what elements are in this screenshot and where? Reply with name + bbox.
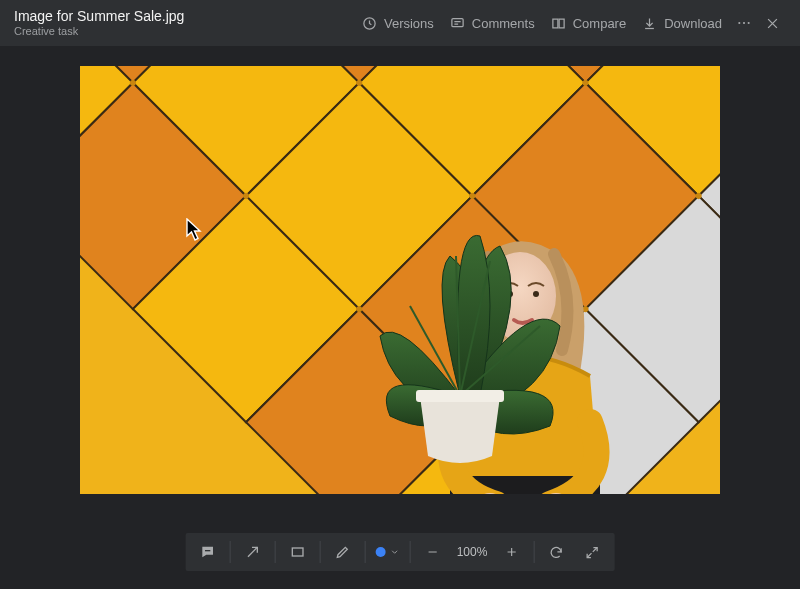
download-icon: [642, 16, 657, 31]
svg-rect-3: [559, 19, 564, 28]
plus-icon: [504, 545, 518, 559]
comment-icon: [450, 16, 465, 31]
comment-pin-icon: [200, 544, 216, 560]
comment-pin-button[interactable]: [192, 537, 224, 567]
arrow-tool-button[interactable]: [237, 537, 269, 567]
pen-tool-button[interactable]: [327, 537, 359, 567]
svg-point-4: [738, 22, 740, 24]
svg-rect-51: [416, 390, 504, 402]
file-subtitle: Creative task: [14, 25, 184, 38]
comments-button[interactable]: Comments: [442, 12, 543, 35]
rectangle-icon: [290, 544, 306, 560]
svg-point-6: [748, 22, 750, 24]
refresh-icon: [549, 545, 564, 560]
title-block: Image for Summer Sale.jpg Creative task: [14, 8, 184, 39]
versions-label: Versions: [384, 16, 434, 31]
compare-button[interactable]: Compare: [543, 12, 634, 35]
svg-point-43: [533, 291, 539, 297]
expand-icon: [585, 545, 600, 560]
zoom-in-button[interactable]: [495, 537, 527, 567]
versions-button[interactable]: Versions: [354, 12, 442, 35]
zoom-out-button[interactable]: [417, 537, 449, 567]
svg-rect-52: [205, 550, 210, 551]
more-button[interactable]: [730, 9, 758, 37]
svg-rect-2: [553, 19, 558, 28]
rectangle-tool-button[interactable]: [282, 537, 314, 567]
reset-view-button[interactable]: [540, 537, 572, 567]
arrow-icon: [245, 544, 261, 560]
svg-point-5: [743, 22, 745, 24]
image-canvas[interactable]: [80, 66, 720, 494]
fullscreen-button[interactable]: [576, 537, 608, 567]
color-dot-icon: [376, 547, 386, 557]
zoom-level-label: 100%: [453, 545, 492, 559]
history-icon: [362, 16, 377, 31]
compare-icon: [551, 16, 566, 31]
annotation-toolbar: 100%: [186, 533, 615, 571]
more-icon: [736, 15, 752, 31]
download-label: Download: [664, 16, 722, 31]
close-icon: [765, 16, 780, 31]
color-picker-button[interactable]: [372, 537, 404, 567]
chevron-down-icon: [390, 547, 400, 557]
svg-rect-53: [292, 548, 303, 556]
header-bar: Image for Summer Sale.jpg Creative task …: [0, 0, 800, 46]
comments-label: Comments: [472, 16, 535, 31]
svg-rect-1: [452, 18, 463, 26]
download-button[interactable]: Download: [634, 12, 730, 35]
pen-icon: [335, 544, 351, 560]
file-title: Image for Summer Sale.jpg: [14, 8, 184, 25]
close-button[interactable]: [758, 9, 786, 37]
minus-icon: [426, 545, 440, 559]
compare-label: Compare: [573, 16, 626, 31]
